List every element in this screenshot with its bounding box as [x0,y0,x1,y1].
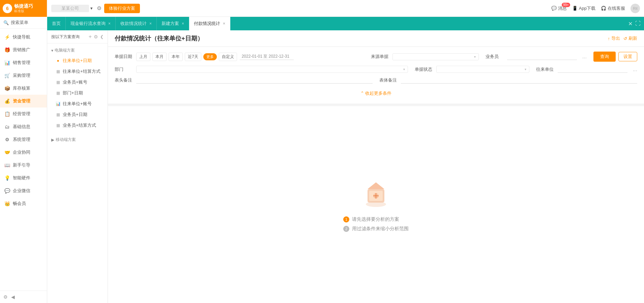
quick-nav-icon: ⚡ [4,34,10,40]
footer-settings-btn[interactable]: ⚙ [3,294,8,300]
tab-payment-label: 付款情况统计 [194,21,220,27]
settings-btn[interactable]: 设置 [618,52,637,61]
export-btn[interactable]: ↑ 导出 [608,35,620,41]
date-btn-custom[interactable]: 自定义 [219,53,237,61]
sidebar-item-quick-nav[interactable]: ⚡ 快捷导航 [0,31,47,43]
hint-num-2: 2 [343,226,349,232]
topbar-gear-icon[interactable]: ⚙ [97,5,101,11]
tab-home-label: 首页 [52,21,61,27]
refresh-btn[interactable]: ↺ 刷新 [623,35,637,41]
add-scheme-btn[interactable]: + [89,34,92,40]
date-filter-label: 单据日期 [115,54,134,60]
scheme-icon-6: ▦ [55,123,61,128]
sidebar-item-system[interactable]: ⚙ 系统管理 [0,133,47,146]
tab-bank-flow[interactable]: 现金银行流水查询 × [66,17,116,30]
date-btn-this-year[interactable]: 本年 [169,53,183,61]
dept-select-arrow: ▾ [403,67,405,71]
sales-icon: 📊 [4,60,10,66]
sidebar-item-marketing[interactable]: 🎁 营销推广 [0,43,47,56]
query-btn[interactable]: 查询 [593,52,616,62]
tab-maximize-btn[interactable]: ⛶ [635,21,641,27]
trial-btn[interactable]: 体验行业方案 [104,4,140,13]
source-select[interactable]: ▾ [392,53,479,60]
sidebar-item-capital[interactable]: 💰 资金管理 [0,95,47,108]
status-select[interactable]: ▾ [436,66,529,73]
sidebar-search[interactable]: 🔍 搜索菜单 [0,17,47,29]
page-header: 付款情况统计（往来单位+日期） ↑ 导出 ↺ 刷新 [108,30,644,47]
scheme-settings-btn[interactable]: ⚙ [94,34,98,39]
empty-text: 1 请先选择要分析的方案 2 用过滤条件来缩小分析范围 [343,216,409,232]
collapse-panel-btn[interactable]: ❮ [100,34,104,39]
scheme-item-staff-date[interactable]: ▦ 业务员+日期 [47,109,108,120]
scheme-active-icon: ● [55,58,61,63]
footer-collapse-btn[interactable]: ◀ [11,294,15,300]
note-body-input[interactable] [401,77,637,84]
dept-select[interactable]: ▾ [136,66,408,73]
tab-new-plan[interactable]: 新建方案 × [157,17,189,30]
enterprise-icon: 🤝 [4,149,10,155]
desktop-group-title[interactable]: ▾ 电脑端方案 [47,46,108,55]
sidebar-item-purchase[interactable]: 🛒 采购管理 [0,69,47,82]
date-range-input[interactable] [240,54,294,60]
scheme-icon-2: ▦ [55,80,61,85]
tab-receipts-label: 收款情况统计 [120,21,147,27]
note-header-input[interactable] [136,77,373,84]
scheme-item-partner-date[interactable]: ● 往来单位+日期 [47,55,108,66]
scheme-item-staff-settle[interactable]: ▦ 业务员+结算方式 [47,120,108,131]
tab-payment-close[interactable]: × [223,21,225,26]
sidebar-item-enterprise[interactable]: 🤝 企业协同 [0,146,47,159]
tab-new-plan-close[interactable]: × [182,21,184,26]
date-btn-more[interactable]: 更多 [203,53,217,60]
tab-receipts-close[interactable]: × [149,21,152,26]
date-btn-last-month[interactable]: 上月 [136,53,150,61]
member-icon: 👑 [4,201,10,207]
scheme-item-partner-settle[interactable]: ▦ 往来单位+结算方式 [47,66,108,77]
sidebar-logo: 6 畅捷通巧 标准版 [0,0,47,17]
tab-bank-flow-close[interactable]: × [108,21,111,26]
sidebar-item-basic[interactable]: 🗂 基础信息 [0,120,47,133]
tab-home[interactable]: 首页 [47,17,66,30]
app-download-btn[interactable]: 📱 App下载 [572,5,595,11]
guide-icon: 📖 [4,162,10,168]
filter-row-3: 表头备注 表体备注 [115,77,637,84]
date-btn-7days[interactable]: 近7天 [185,53,201,61]
tab-payment[interactable]: 付款情况统计 × [189,17,230,30]
scheme-item-dept-date[interactable]: ▦ 部门+日期 [47,88,108,98]
online-service-btn[interactable]: 🎧 在线客服 [601,5,625,11]
staff-dots-btn[interactable]: ... [582,54,587,60]
basic-icon: 🗂 [4,124,10,130]
content: 按以下方案查询 + ⚙ ❮ ▾ 电脑端方案 ● 往来单位+日期 ▦ [47,30,644,303]
sidebar-item-label: 智能硬件 [13,175,30,181]
sidebar-item-inventory[interactable]: 📦 库存核算 [0,82,47,95]
page-header-actions: ↑ 导出 ↺ 刷新 [608,35,638,41]
dropdown-icon: ▾ [90,6,93,11]
partner-dots-btn[interactable]: ... [633,66,637,72]
right-panel: 付款情况统计（往来单位+日期） ↑ 导出 ↺ 刷新 单 [108,30,644,303]
inventory-icon: 📦 [4,85,10,91]
collapse-desktop-icon: ▾ [51,48,53,53]
sidebar-item-sales[interactable]: 📊 销售管理 [0,56,47,69]
sidebar-item-wechat[interactable]: 💬 企业微信 [0,184,47,197]
collapse-more-btn[interactable]: ⌃ 收起更多条件 [115,88,637,99]
messages-btn[interactable]: 💬 消息 99+ [551,5,567,11]
online-service-label: 在线客服 [608,5,625,11]
logo-icon: 6 [3,4,12,13]
sidebar-item-member[interactable]: 👑 畅会员 [0,197,47,210]
sidebar-item-guide[interactable]: 📖 新手引导 [0,159,47,172]
partner-input[interactable] [558,66,627,73]
operations-icon: 📋 [4,111,10,117]
sidebar-item-operations[interactable]: 📋 经营管理 [0,108,47,120]
mobile-group-title[interactable]: ▶ 移动端方案 [47,135,108,145]
date-btn-this-month[interactable]: 本月 [152,53,167,61]
company-selector[interactable]: 某某公司 ▾ [51,5,93,12]
mobile-scheme-group: ▶ 移动端方案 [47,133,108,147]
tab-receipts[interactable]: 收款情况统计 × [116,17,157,30]
tab-close-btn[interactable]: ✕ [628,21,633,27]
scheme-item-staff-account[interactable]: ▦ 业务员+账号 [47,77,108,88]
sidebar-item-hardware[interactable]: 💡 智能硬件 [0,172,47,184]
staff-input[interactable] [507,53,577,60]
empty-hint-2: 2 用过滤条件来缩小分析范围 [343,226,409,232]
scheme-item-partner-account[interactable]: 📊 往来单位+账号 [47,98,108,109]
wechat-icon: 💬 [4,188,10,194]
user-avatar[interactable]: Rit [631,4,640,13]
